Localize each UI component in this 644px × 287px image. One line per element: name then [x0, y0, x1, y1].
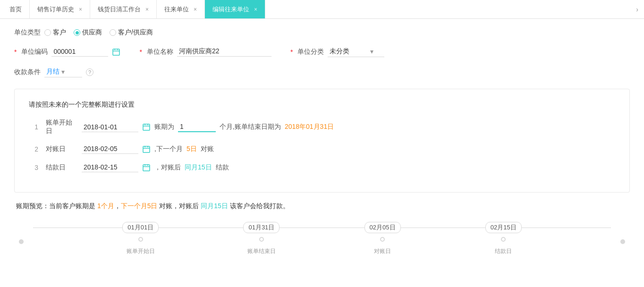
preview-end: 该客户会给我打款。: [228, 202, 289, 210]
name-label: 单位名称: [147, 48, 173, 56]
start-date-cal-icon[interactable]: [142, 123, 151, 131]
period-desc-2b: 对账: [201, 145, 214, 153]
svg-rect-12: [143, 165, 150, 171]
payment-help-icon[interactable]: ?: [86, 68, 93, 76]
timeline-dot-4: [501, 237, 506, 242]
category-required: *: [290, 48, 293, 56]
timeline-dot-3: [380, 237, 385, 242]
timeline-start-cap: [19, 239, 24, 244]
name-required: *: [139, 48, 142, 56]
radio-customer[interactable]: 客户: [44, 28, 66, 37]
month-input[interactable]: [178, 122, 216, 132]
timeline-point-2: 01月31日 账单结束日: [243, 222, 280, 255]
end-date-highlight: 2018年01月31日: [285, 123, 334, 131]
reconcile-date-cal-icon[interactable]: [142, 145, 151, 153]
payment-select[interactable]: 月结 ▾: [44, 67, 82, 77]
preview-payment-day: 同月15日: [201, 202, 228, 210]
period-row-2: 2 对账日 ,下一个月5日 对账: [29, 144, 615, 154]
tab-cash-work-close[interactable]: ×: [145, 6, 149, 13]
period-value-2: ,下一个月5日 对账: [82, 144, 214, 154]
code-input[interactable]: [51, 47, 108, 57]
tab-partner[interactable]: 往来单位 ×: [157, 0, 205, 18]
tab-sales-history-label: 销售订单历史: [37, 5, 74, 14]
tab-edit-partner-close[interactable]: ×: [254, 6, 257, 13]
payment-label: 收款条件: [14, 68, 41, 76]
svg-rect-8: [143, 146, 150, 152]
code-label: 单位编码: [21, 48, 48, 56]
radio-supplier-label: 供应商: [82, 28, 102, 37]
tab-partner-label: 往来单位: [164, 5, 189, 14]
payment-date-cal-icon[interactable]: [142, 163, 151, 172]
reconcile-date-input[interactable]: [82, 144, 138, 154]
svg-rect-0: [113, 49, 119, 55]
period-settings-title: 请按照未来的一个完整帐期进行设置: [29, 101, 615, 109]
preview-middle: 对账，对账后: [157, 202, 201, 210]
tab-home-label: 首页: [9, 5, 22, 14]
category-label: 单位分类: [297, 48, 324, 56]
tab-cash-work-label: 钱货日清工作台: [98, 5, 141, 14]
radio-customer-supplier-label: 客户/供应商: [118, 28, 153, 37]
period-num-2: 2: [29, 145, 38, 153]
payment-row: 收款条件 月结 ▾ ?: [14, 67, 630, 77]
timeline-point-3: 02月05日 对账日: [364, 222, 401, 255]
period-label-1: 账单开始日: [46, 118, 74, 135]
period-row-3: 3 结款日 ，对账后 同月15日 结款: [29, 162, 615, 172]
category-select[interactable]: 未分类 ▾: [328, 46, 384, 57]
basic-info-row: * 单位编码 * 单位名称 * 单位分类 未分类 ▾: [14, 46, 630, 57]
period-value-1: 账期为 个月,账单结束日期为 2018年01月31日: [82, 122, 334, 132]
period-desc-1b: 个月,账单结束日期为: [220, 123, 281, 131]
svg-rect-4: [143, 124, 150, 130]
period-label-3: 结款日: [46, 163, 74, 172]
payment-chevron-icon: ▾: [61, 68, 65, 76]
timeline-badge-3: 02月05日: [364, 222, 401, 233]
period-num-3: 3: [29, 164, 38, 171]
start-date-input[interactable]: [82, 122, 138, 132]
timeline-label-4: 结款日: [495, 247, 512, 255]
unit-type-row: 单位类型 客户 供应商 客户/供应商: [14, 28, 630, 37]
period-desc-3a: ，对账后: [154, 163, 181, 172]
radio-customer-supplier[interactable]: 客户/供应商: [110, 28, 153, 37]
payment-date-input[interactable]: [82, 162, 138, 172]
timeline-label-3: 对账日: [374, 247, 391, 255]
radio-supplier-circle: [74, 29, 80, 36]
preview-comma: ，: [114, 202, 121, 210]
name-input[interactable]: [177, 47, 271, 57]
timeline-dot-2: [259, 237, 264, 242]
preview-month: 1个月: [97, 202, 114, 210]
timeline-point-1: 01月01日 账单开始日: [122, 222, 159, 255]
tab-bar: 首页 销售订单历史 × 钱货日清工作台 × 往来单位 × 编辑往来单位 × ›: [0, 0, 644, 19]
period-desc-3b: 结款: [216, 163, 229, 172]
timeline-dots: 01月01日 账单开始日 01月31日 账单结束日 02月05日 对账日 02月…: [33, 222, 611, 255]
radio-customer-supplier-circle: [110, 29, 116, 36]
period-desc-2a: ,下一个月: [154, 145, 183, 153]
tab-sales-history[interactable]: 销售订单历史 ×: [30, 0, 90, 18]
preview-next: 下一个月5日: [121, 202, 158, 210]
reconcile-day-highlight: 5日: [186, 145, 197, 153]
code-icon[interactable]: [112, 48, 120, 56]
radio-customer-label: 客户: [53, 28, 66, 37]
radio-customer-circle: [44, 29, 51, 36]
timeline-label-2: 账单结束日: [247, 247, 276, 255]
timeline-badge-2: 01月31日: [243, 222, 280, 233]
period-row-1: 1 账单开始日 账期为 个月,账单结束日期为 2018年01月31日: [29, 118, 615, 135]
period-num-1: 1: [29, 123, 38, 131]
name-field: * 单位名称: [139, 47, 271, 57]
tab-edit-partner[interactable]: 编辑往来单位 ×: [205, 0, 265, 18]
radio-supplier[interactable]: 供应商: [74, 28, 102, 37]
tab-sales-history-close[interactable]: ×: [79, 6, 82, 13]
unit-type-label: 单位类型: [14, 28, 41, 37]
tab-cash-work[interactable]: 钱货日清工作台 ×: [90, 0, 157, 18]
unit-type-radio-group: 客户 供应商 客户/供应商: [44, 28, 153, 37]
timeline: 01月01日 账单开始日 01月31日 账单结束日 02月05日 对账日 02月…: [14, 222, 630, 255]
period-desc-1a: 账期为: [154, 123, 174, 131]
payment-day-highlight: 同月15日: [185, 163, 212, 172]
tab-expand-btn[interactable]: ›: [630, 0, 644, 18]
timeline-point-4: 02月15日 结款日: [485, 222, 522, 255]
main-content: 单位类型 客户 供应商 客户/供应商 * 单位编码: [0, 19, 644, 287]
period-label-2: 对账日: [46, 145, 74, 153]
tab-partner-close[interactable]: ×: [194, 6, 197, 13]
period-settings-box: 请按照未来的一个完整帐期进行设置 1 账单开始日 账期为 个月,账单结束日期为: [14, 89, 630, 193]
timeline-dot-1: [138, 237, 143, 242]
preview-label: 账期预览：当前客户账期是: [16, 202, 97, 210]
tab-home[interactable]: 首页: [0, 0, 30, 18]
